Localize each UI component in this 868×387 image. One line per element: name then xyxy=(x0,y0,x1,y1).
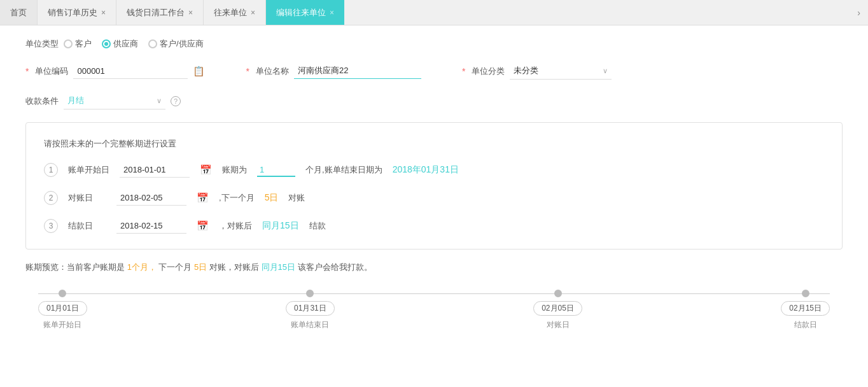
radio-both-label: 客户/供应商 xyxy=(160,38,204,50)
tab-partner-units[interactable]: 往来单位 × xyxy=(204,0,266,25)
unit-category-label: 单位分类 xyxy=(472,66,505,77)
unit-name-label: 单位名称 xyxy=(256,66,289,77)
tab-more-button[interactable]: › xyxy=(850,0,868,25)
preview-mid2: 对账，对账后 xyxy=(209,262,259,272)
step-label-2: 对账日 xyxy=(68,192,106,204)
preview-mid1: 下一个月 xyxy=(158,262,192,272)
tab-partner-units-label: 往来单位 xyxy=(214,7,247,18)
step-suffix-2: 对账 xyxy=(288,192,305,204)
tl-label-4: 02月15日 xyxy=(781,301,830,316)
unit-info-row: * 单位编码 📋 * 单位名称 * 单位分类 未分类 ∨ xyxy=(25,62,843,80)
step-sep-3: ，对账后 xyxy=(219,220,252,232)
unit-code-copy-icon[interactable]: 📋 xyxy=(193,66,205,77)
payment-terms-help-icon[interactable]: ? xyxy=(171,96,181,106)
step-day-num-2: 5日 xyxy=(265,192,279,204)
radio-customer-circle xyxy=(64,39,73,48)
step-sep-1: 账期为 xyxy=(222,164,247,176)
unit-category-star: * xyxy=(462,66,465,76)
tab-bar: 首页 销售订单历史 × 钱货日清工作台 × 往来单位 × 编辑往来单位 × › xyxy=(0,0,868,25)
tab-sales-history-close[interactable]: × xyxy=(101,8,106,17)
preview-day1: 5日 xyxy=(194,262,207,272)
unit-name-input[interactable] xyxy=(294,64,421,79)
tab-partner-units-close[interactable]: × xyxy=(251,8,255,17)
timeline-point-2: 01月31日 账单结束日 xyxy=(286,290,335,330)
preview-day2: 同月15日 xyxy=(262,262,295,272)
radio-customer[interactable]: 客户 xyxy=(64,38,92,50)
tab-home-label: 首页 xyxy=(10,7,27,18)
step-row-3: 3 结款日 📅 ，对账后 同月15日 结款 xyxy=(44,218,824,234)
unit-category-field: * 单位分类 未分类 ∨ xyxy=(462,62,612,80)
tl-label-1: 01月01日 xyxy=(38,301,87,316)
step-date-1[interactable] xyxy=(120,162,190,178)
timeline-point-4: 02月15日 结款日 xyxy=(781,290,830,330)
tab-edit-partner[interactable]: 编辑往来单位 × xyxy=(266,0,344,25)
radio-both-circle xyxy=(148,39,157,48)
radio-supplier-circle xyxy=(102,39,111,48)
step-row-2: 2 对账日 📅 ,下一个月 5日 对账 xyxy=(44,190,824,206)
radio-both[interactable]: 客户/供应商 xyxy=(148,38,204,50)
step-date-2[interactable] xyxy=(116,190,186,206)
tab-edit-partner-close[interactable]: × xyxy=(330,8,334,17)
step-end-date: 2018年01月31日 xyxy=(393,164,459,176)
tab-cash-work[interactable]: 钱货日清工作台 × xyxy=(116,0,204,25)
unit-category-dropdown[interactable]: 未分类 ∨ xyxy=(510,62,612,80)
tl-sublabel-2: 账单结束日 xyxy=(291,320,329,330)
tl-circle-1 xyxy=(59,290,66,297)
step-row-1: 1 账单开始日 📅 账期为 个月,账单结束日期为 2018年01月31日 xyxy=(44,162,824,178)
step-date-3[interactable] xyxy=(116,218,186,234)
unit-category-value: 未分类 xyxy=(514,65,599,76)
tl-label-2: 01月31日 xyxy=(286,301,335,316)
step-num-1: 1 xyxy=(44,163,58,177)
timeline-point-3: 02月05日 对账日 xyxy=(533,290,582,330)
payment-terms-label: 收款条件 xyxy=(25,95,59,107)
step-cal-icon-3[interactable]: 📅 xyxy=(197,220,209,232)
tab-sales-history-label: 销售订单历史 xyxy=(48,7,97,18)
tab-cash-work-close[interactable]: × xyxy=(188,8,193,17)
tl-sublabel-4: 结款日 xyxy=(794,320,817,330)
unit-code-field: * 单位编码 📋 xyxy=(25,64,205,79)
unit-type-label: 单位类型 xyxy=(25,38,59,50)
unit-code-star: * xyxy=(25,66,29,76)
card-title: 请按照未来的一个完整帐期进行设置 xyxy=(44,138,824,150)
payment-terms-dropdown[interactable]: 月结 ∨ xyxy=(64,92,165,109)
tab-edit-partner-label: 编辑往来单位 xyxy=(276,7,326,18)
tl-label-3: 02月05日 xyxy=(533,301,582,316)
preview-section: 账期预览：当前客户账期是 1个月， 下一个月 5日 对账，对账后 同月15日 该… xyxy=(25,260,843,274)
tl-sublabel-1: 账单开始日 xyxy=(43,320,81,330)
step-label-1: 账单开始日 xyxy=(68,164,109,176)
step-cal-icon-1[interactable]: 📅 xyxy=(200,164,212,176)
unit-code-input[interactable] xyxy=(73,64,188,79)
payment-terms-field: 收款条件 月结 ∨ ? xyxy=(25,92,181,109)
unit-category-arrow-icon: ∨ xyxy=(603,67,608,75)
preview-prefix: 账期预览：当前客户账期是 xyxy=(25,262,125,272)
step-num-3: 3 xyxy=(44,219,58,233)
unit-type-radio-group: 客户 供应商 客户/供应商 xyxy=(64,38,204,50)
unit-name-star: * xyxy=(246,66,249,76)
radio-supplier[interactable]: 供应商 xyxy=(102,38,138,50)
step-period-unit: 个月,账单结束日期为 xyxy=(305,164,382,176)
step-num-2: 2 xyxy=(44,191,58,205)
tab-sales-history[interactable]: 销售订单历史 × xyxy=(38,0,116,25)
main-content: 单位类型 客户 供应商 客户/供应商 * 单位编码 xyxy=(0,25,868,387)
billing-cycle-card: 请按照未来的一个完整帐期进行设置 1 账单开始日 📅 账期为 个月,账单结束日期… xyxy=(25,122,843,250)
radio-supplier-label: 供应商 xyxy=(113,38,138,50)
step-label-3: 结款日 xyxy=(68,220,106,232)
unit-code-label: 单位编码 xyxy=(35,66,68,77)
preview-period: 1个月， xyxy=(127,262,157,272)
payment-terms-row: 收款条件 月结 ∨ ? xyxy=(25,92,843,109)
tl-sublabel-3: 对账日 xyxy=(547,320,570,330)
step-period-num[interactable] xyxy=(257,164,295,177)
timeline-point-1: 01月01日 账单开始日 xyxy=(38,290,87,330)
radio-customer-label: 客户 xyxy=(75,38,92,50)
step-suffix-3: 结款 xyxy=(309,220,326,232)
step-day-num-3: 同月15日 xyxy=(262,220,299,232)
tl-circle-2 xyxy=(306,290,314,297)
timeline-section: 01月01日 账单开始日 01月31日 账单结束日 02月05日 对账日 xyxy=(25,290,843,330)
step-cal-icon-2[interactable]: 📅 xyxy=(197,192,209,204)
tl-circle-3 xyxy=(554,290,562,297)
unit-name-field: * 单位名称 xyxy=(246,64,421,79)
tab-home[interactable]: 首页 xyxy=(0,0,38,25)
unit-type-field: 单位类型 客户 供应商 客户/供应商 xyxy=(25,38,204,50)
tab-cash-work-label: 钱货日清工作台 xyxy=(127,7,185,18)
payment-terms-arrow-icon: ∨ xyxy=(157,97,162,105)
